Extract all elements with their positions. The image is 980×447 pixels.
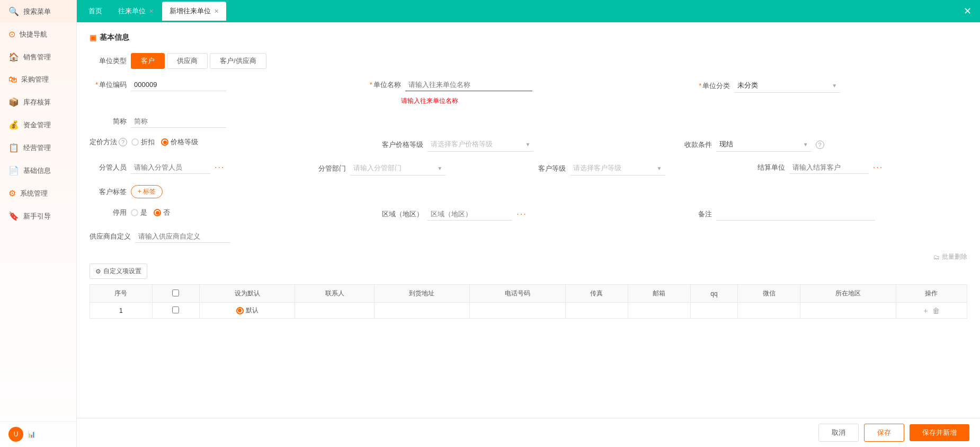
payment-terms-value: 现结	[719, 139, 733, 149]
supplier-custom-input[interactable]	[135, 230, 230, 243]
sidebar-item-operations[interactable]: 📋 经营管理	[0, 136, 76, 159]
batch-delete-icon: 🗂	[933, 253, 940, 261]
custom-settings-button[interactable]: ⚙ 自定义项设置	[90, 264, 147, 279]
row-default: 默认	[199, 303, 295, 319]
dept-placeholder: 请输入分管部门	[353, 163, 402, 173]
short-name-label: 简称	[90, 117, 127, 126]
type-btn-both[interactable]: 客户/供应商	[210, 53, 266, 69]
settlement-unit-label: 结算单位	[748, 163, 785, 172]
add-tag-button[interactable]: + 标签	[131, 185, 163, 198]
pricing-level-option[interactable]: 价格等级	[161, 137, 198, 147]
payment-terms-help-icon[interactable]: ?	[816, 141, 824, 149]
remarks-input[interactable]	[716, 208, 875, 221]
system-icon: ⚙	[8, 188, 16, 198]
table-select-all[interactable]	[172, 290, 179, 296]
add-row-btn[interactable]: +	[923, 306, 928, 315]
sidebar-item-guide[interactable]: 🔖 新手引导	[0, 205, 76, 227]
sidebar-bottom: U 📊	[0, 421, 76, 447]
tab-home[interactable]: 首页	[81, 2, 110, 21]
disabled-yes-option[interactable]: 是	[131, 208, 147, 217]
sidebar-item-finance[interactable]: 💰 资金管理	[0, 113, 76, 136]
main-area: 首页 往来单位 ✕ 新增往来单位 ✕ ✕ ▣ 基本信息 单位类型 客户 供应商 …	[77, 0, 980, 447]
tab-new-partner-close[interactable]: ✕	[214, 8, 219, 15]
unit-info-row: *单位编码 *单位名称 请输入往来单位名称 *单位分类 未分类	[90, 78, 967, 106]
manager-input[interactable]	[131, 161, 210, 174]
supplier-custom-field: 供应商自定义	[90, 230, 967, 243]
sidebar-item-purchase[interactable]: 🛍 采购管理	[0, 68, 76, 91]
remarks-label: 备注	[675, 209, 712, 219]
payment-terms-arrow-icon: ▼	[803, 142, 808, 147]
pricing-help-icon[interactable]: ?	[119, 138, 127, 146]
sidebar-item-basic[interactable]: 📄 基础信息	[0, 159, 76, 182]
dept-label: 分管部门	[309, 164, 346, 173]
row-default-radio-item[interactable]: 默认	[205, 306, 290, 315]
customer-level-select[interactable]: 请选择客户等级 ▼	[570, 161, 665, 176]
row-default-label: 默认	[246, 306, 259, 315]
unit-code-label: *单位编码	[90, 80, 127, 90]
batch-delete-area: 🗂 批量删除	[90, 252, 967, 261]
manager-more-btn[interactable]: ···	[215, 163, 225, 172]
unit-name-field: *单位名称 请输入往来单位名称	[364, 78, 693, 106]
pricing-discount-option[interactable]: 折扣	[131, 137, 155, 147]
settlement-unit-input[interactable]	[789, 161, 869, 174]
supplier-custom-row: 供应商自定义	[90, 230, 967, 243]
unit-type-field: 单位类型 客户 供应商 客户/供应商	[90, 53, 967, 69]
customer-level-placeholder: 请选择客户等级	[573, 163, 621, 173]
region-more-btn[interactable]: ···	[516, 209, 527, 219]
manager-field: 分管人员 ···	[90, 161, 309, 174]
section-title-text: 基本信息	[100, 33, 129, 42]
save-new-button[interactable]: 保存并新增	[910, 424, 969, 441]
row-action-group: + 🗑	[902, 306, 961, 315]
sidebar-item-system[interactable]: ⚙ 系统管理	[0, 182, 76, 205]
dept-select[interactable]: 请输入分管部门 ▼	[350, 161, 446, 176]
type-btn-supplier[interactable]: 供应商	[167, 53, 208, 69]
unit-category-select[interactable]: 未分类 ▼	[734, 78, 840, 93]
row-email	[628, 303, 690, 319]
disabled-no-option[interactable]: 否	[154, 208, 170, 217]
customer-level-field: 客户等级 请选择客户等级 ▼	[529, 161, 748, 176]
pricing-row: 定价方法 ? 折扣 价格等级 客户价格等级 请选择客户价	[90, 137, 967, 152]
batch-delete-label[interactable]: 批量删除	[942, 252, 967, 261]
sidebar-item-label: 经营管理	[23, 143, 51, 153]
customer-price-level-select[interactable]: 请选择客户价格等级 ▼	[427, 137, 533, 152]
payment-terms-select[interactable]: 现结 ▼	[716, 137, 812, 152]
sidebar-item-search[interactable]: 🔍 搜索菜单	[0, 0, 76, 23]
window-close-button[interactable]: ✕	[959, 5, 976, 17]
row-no: 1	[90, 303, 153, 319]
tab-partners[interactable]: 往来单位 ✕	[111, 2, 161, 21]
payment-terms-field: 收款条件 现结 ▼ ?	[675, 137, 967, 152]
sidebar-item-inventory[interactable]: 📦 库存核算	[0, 91, 76, 113]
unit-code-field: *单位编码	[90, 78, 364, 91]
sidebar-item-label: 基础信息	[23, 166, 51, 176]
basic-icon: 📄	[8, 165, 19, 176]
delete-row-btn[interactable]: 🗑	[932, 306, 940, 315]
sidebar-item-sales[interactable]: 🏠 销售管理	[0, 46, 76, 68]
unit-name-input[interactable]	[405, 78, 532, 91]
sidebar-item-quicknav[interactable]: ⊙ 快捷导航	[0, 23, 76, 46]
short-name-input[interactable]	[131, 115, 226, 128]
customer-level-arrow-icon: ▼	[657, 165, 662, 171]
unit-category-label: *单位分类	[693, 81, 730, 91]
dept-arrow-icon: ▼	[437, 165, 442, 171]
customer-price-level-label: 客户价格等级	[382, 140, 423, 150]
region-label: 区域（地区）	[382, 209, 423, 219]
disabled-field: 停用 是 否	[90, 208, 382, 217]
row-actions: + 🗑	[896, 303, 967, 319]
sidebar-item-label: 库存核算	[23, 98, 51, 107]
customer-level-label: 客户等级	[529, 164, 566, 173]
cancel-button[interactable]: 取消	[818, 424, 859, 442]
home-icon: ⊙	[8, 29, 15, 39]
tab-partners-close[interactable]: ✕	[149, 8, 154, 15]
unit-name-error: 请输入往来单位名称	[401, 97, 458, 106]
sidebar-item-label: 快捷导航	[20, 30, 47, 39]
tab-new-partner-label: 新增往来单位	[170, 6, 211, 16]
unit-code-input[interactable]	[131, 78, 226, 91]
type-btn-customer[interactable]: 客户	[131, 53, 165, 69]
row-checkbox[interactable]	[172, 306, 179, 313]
region-input[interactable]	[427, 208, 512, 221]
save-button[interactable]: 保存	[864, 424, 904, 442]
sidebar-item-label: 资金管理	[23, 120, 51, 130]
tab-new-partner[interactable]: 新增往来单位 ✕	[162, 2, 226, 21]
settlement-unit-more-btn[interactable]: ···	[873, 163, 883, 172]
unit-type-label: 单位类型	[90, 56, 127, 66]
